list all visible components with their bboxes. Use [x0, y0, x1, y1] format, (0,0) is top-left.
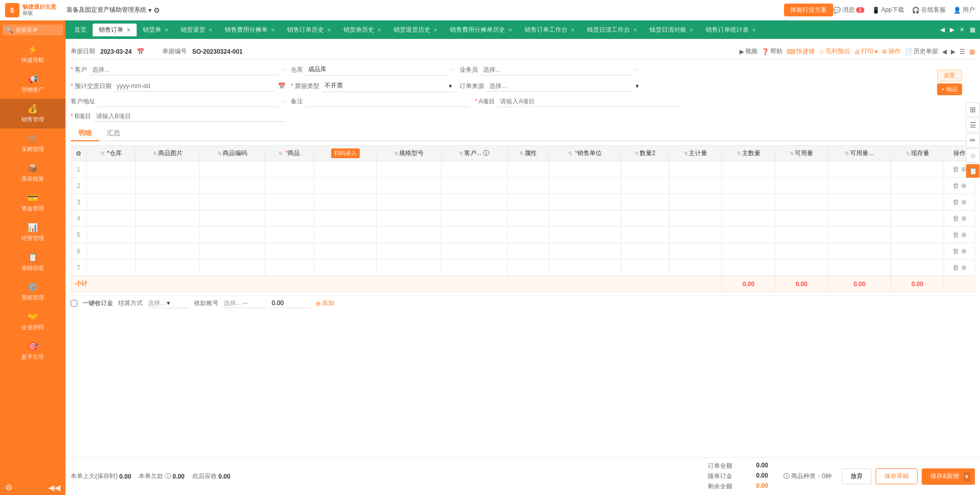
sort-icon[interactable]: ⇅	[568, 150, 572, 156]
tab-invoice-history[interactable]: 销货单历史 ✕	[337, 24, 387, 36]
goods-count-icon[interactable]: ⓘ	[783, 472, 790, 480]
row-main-qty[interactable]	[722, 161, 775, 178]
scan-button[interactable]: 扫码录入	[331, 148, 360, 158]
tab-order-stats[interactable]: 销售订单统计表 ✕	[700, 24, 762, 36]
sort-icon[interactable]: ⇅	[635, 150, 639, 156]
tab-detail[interactable]: 明细	[71, 126, 99, 141]
sidebar-item-quick-nav[interactable]: ⚡ 快捷导航	[0, 39, 66, 69]
add-goods-button[interactable]: + 物品	[937, 83, 962, 95]
sidebar-item-base-info[interactable]: 📋 基础信息	[0, 247, 66, 277]
calendar2-icon[interactable]: 📅	[278, 82, 286, 90]
sidebar-item-sales[interactable]: 💰 销售管理	[0, 99, 66, 128]
nav-prev-icon[interactable]: ◀	[942, 48, 947, 55]
current-help-icon[interactable]: ⓘ	[165, 472, 171, 481]
row-unit[interactable]	[549, 161, 621, 178]
close-tab-icon[interactable]: ✕	[271, 27, 275, 33]
trial-button[interactable]: 体验行业方案	[784, 4, 833, 16]
row-qty2[interactable]	[621, 161, 669, 178]
payment-method-select[interactable]: 选择... ▾	[148, 299, 189, 308]
delivery-input[interactable]	[114, 81, 275, 92]
sidebar-item-finance[interactable]: 💳 资金管理	[0, 188, 66, 218]
staff-more-icon[interactable]: ···	[635, 67, 639, 73]
close-tab-icon[interactable]: ✕	[377, 27, 381, 33]
tab-sales-return[interactable]: 销货退货 ✕	[175, 24, 219, 36]
copy-icon[interactable]: ⊕	[961, 231, 967, 239]
sidebar-item-system[interactable]: ⚙️ 系统管理	[0, 277, 66, 307]
tab-return-history[interactable]: 销货退货历史 ✕	[387, 24, 444, 36]
close-tab-icon[interactable]: ✕	[633, 27, 637, 33]
tab-daily-reconcile[interactable]: 钱货日清对账 ✕	[643, 24, 700, 36]
row-customer[interactable]	[441, 161, 507, 178]
delete-icon[interactable]: 🗑	[952, 182, 959, 189]
copy-icon[interactable]: ⊕	[961, 247, 967, 255]
warehouse-more-icon[interactable]: ···	[450, 67, 454, 73]
sidebar-item-collab[interactable]: 🤝 企业协同	[0, 307, 66, 336]
calendar-icon[interactable]: 📅	[137, 48, 144, 55]
row-warehouse[interactable]	[86, 161, 136, 178]
sort-icon[interactable]: ⇅	[278, 150, 282, 156]
message-action[interactable]: 💬 消息 9	[833, 6, 864, 14]
tab-next-icon[interactable]: ▶	[948, 25, 956, 34]
address-more-icon[interactable]: ···	[281, 99, 286, 104]
col-settings[interactable]: ⚙	[71, 146, 86, 161]
order-source-dropdown-icon[interactable]: ▾	[636, 82, 639, 90]
payment-amount-input[interactable]	[270, 298, 311, 308]
row-attr[interactable]	[507, 161, 549, 178]
account-select[interactable]: 选择... ···	[224, 299, 265, 308]
add-payment-button[interactable]: ⊕ 添加	[316, 299, 334, 308]
float-icon-1[interactable]: ⊞	[966, 102, 980, 117]
tab-cost-split-history[interactable]: 销售费用分摊单历史 ✕	[444, 24, 518, 36]
print-dropdown-icon[interactable]: ▾	[875, 48, 878, 55]
note-input[interactable]	[306, 96, 470, 107]
table-scroll[interactable]: ⚙ ⇅ *仓库 ⇅商品图片 ⇅商品编码	[71, 145, 975, 292]
delete-icon[interactable]: 🗑	[952, 247, 959, 255]
account-more-icon[interactable]: ···	[243, 299, 248, 307]
delete-icon[interactable]: 🗑	[952, 165, 959, 173]
delete-icon[interactable]: 🗑	[952, 264, 959, 271]
tab-order-workbench[interactable]: 销售订单工作台 ✕	[518, 24, 581, 36]
settings-bottom-icon[interactable]: ⚙	[5, 483, 12, 492]
copy-icon[interactable]: ⊕	[961, 198, 967, 206]
b-project-input[interactable]	[94, 111, 286, 122]
save-new-button[interactable]: 保存&新增 ▾	[922, 468, 975, 485]
save-draft-button[interactable]: 保存草稿	[876, 468, 918, 484]
customer-more-icon[interactable]: ···	[281, 67, 286, 73]
user-action[interactable]: 👤 用户	[953, 6, 975, 14]
close-tab-icon[interactable]: ✕	[327, 27, 331, 33]
one-click-checkbox[interactable]	[71, 300, 77, 307]
collapse-icon[interactable]: ◀◀	[48, 483, 60, 492]
delete-icon[interactable]: 🗑	[952, 231, 959, 239]
a-project-input[interactable]	[497, 96, 680, 107]
online-service-action[interactable]: 🎧 在线客服	[912, 6, 946, 14]
copy-icon[interactable]: ⊕	[961, 214, 967, 222]
staff-input[interactable]	[481, 64, 632, 75]
tab-summary[interactable]: 汇总	[99, 126, 128, 141]
copy-icon[interactable]: ⊕	[961, 264, 967, 271]
close-tab-icon[interactable]: ✕	[689, 27, 693, 33]
list-view-icon[interactable]: ☰	[960, 48, 965, 55]
print-btn[interactable]: 🖨 打印 ▾	[854, 47, 878, 56]
sort-icon[interactable]: ⇅	[217, 150, 222, 156]
address-input[interactable]	[98, 96, 279, 107]
tab-order-history[interactable]: 销售订单历史 ✕	[281, 24, 337, 36]
operation-btn[interactable]: ⚙ 操作	[882, 47, 901, 56]
tab-expand-icon[interactable]: ▦	[968, 25, 977, 34]
close-tab-icon[interactable]: ✕	[164, 27, 168, 33]
sidebar-item-marketing[interactable]: 📢 营销推广	[0, 69, 66, 99]
close-tab-icon[interactable]: ✕	[433, 27, 438, 33]
nav-next-icon[interactable]: ▶	[951, 48, 955, 55]
col-gear-icon[interactable]: ⚙	[76, 150, 81, 157]
float-icon-3[interactable]: ✏	[966, 133, 980, 147]
row-goods[interactable]	[265, 161, 314, 178]
sidebar-item-inventory[interactable]: 📦 库存核算	[0, 158, 66, 188]
abandon-button[interactable]: 放弃	[842, 468, 872, 484]
tab-sales-invoice[interactable]: 销货单 ✕	[137, 24, 175, 36]
copy-icon[interactable]: ⊕	[961, 182, 967, 189]
sidebar-item-purchase[interactable]: 🛒 采购管理	[0, 128, 66, 158]
sort-icon[interactable]: ⇅	[459, 150, 463, 156]
help-btn[interactable]: ❓ 帮助	[761, 47, 782, 56]
tab-home[interactable]: 首页	[68, 24, 93, 36]
close-tab-icon[interactable]: ✕	[208, 27, 212, 33]
dropdown-icon[interactable]: ▾	[148, 7, 151, 14]
close-tab-icon[interactable]: ✕	[508, 27, 512, 33]
